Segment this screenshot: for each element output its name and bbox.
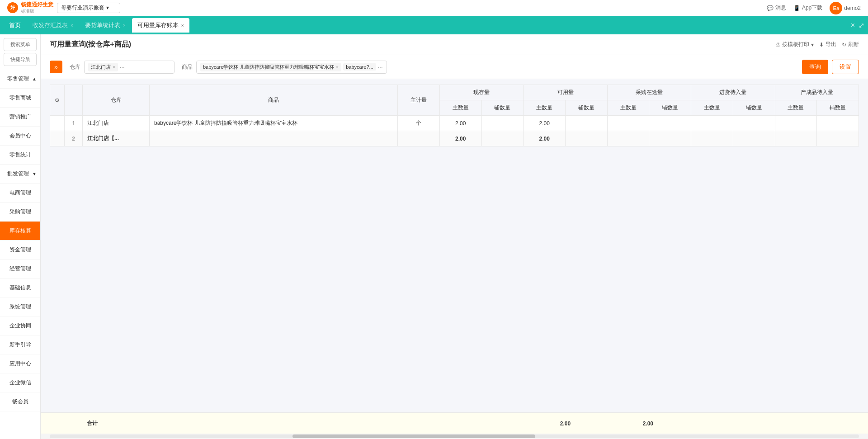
tab-expand-btn[interactable]: ⤢: [859, 21, 864, 30]
horizontal-scrollbar[interactable]: [41, 434, 868, 439]
tab-order-stats[interactable]: 要货单统计表 ×: [80, 18, 131, 33]
avatar-text: Ea: [833, 5, 839, 11]
sidebar-item-enterprise-wechat[interactable]: 企业微信: [0, 373, 40, 392]
footer-current-main: 2.00: [537, 417, 594, 430]
main-layout: 搜索菜单 快捷导航 零售管理 ▲ 零售商城 营销推广 会员中心 零售统计 批发管…: [0, 34, 868, 439]
user-area[interactable]: Ea demo2: [830, 2, 861, 14]
cell-settings: [50, 116, 65, 131]
th-pt-main: 主数量: [607, 100, 649, 116]
footer-available-main: 2.00: [620, 417, 676, 430]
footer-prod-aux: [833, 417, 859, 430]
product-input[interactable]: babycare学饮杯 儿童防摔防撞吸管杯重力球吸嘴杯宝宝水杯 × babyca…: [196, 61, 387, 74]
product-label: 商品: [182, 63, 193, 71]
warehouse-tag: 江北门店 ×: [88, 63, 118, 71]
print-icon: 🖨: [775, 42, 780, 48]
cell-pt-aux-subtotal: [649, 131, 691, 146]
cell-product-empty: [150, 131, 398, 146]
warehouse-label: 仓库: [70, 63, 80, 71]
refresh-label: 刷新: [848, 41, 859, 48]
product-more-icon[interactable]: ···: [378, 64, 383, 71]
refresh-action[interactable]: ↻ 刷新: [842, 41, 859, 48]
industry-selector[interactable]: 母婴行业演示账套 ▾: [57, 3, 120, 13]
sidebar-item-marketing[interactable]: 营销推广: [0, 108, 40, 127]
sidebar-item-operations[interactable]: 经营管理: [0, 260, 40, 279]
sidebar-item-basic-info[interactable]: 基础信息: [0, 279, 40, 297]
home-tab-label: 首页: [9, 21, 21, 29]
sidebar-item-newbie[interactable]: 新手引导: [0, 335, 40, 354]
message-action[interactable]: 💬 消息: [767, 4, 786, 12]
cell-index: 1: [65, 116, 83, 131]
settings-icon[interactable]: ⚙: [55, 97, 60, 104]
cell-pt-main-subtotal: [607, 131, 649, 146]
cell-prod-aux: [817, 116, 859, 131]
sidebar-item-retail-management[interactable]: 零售管理 ▲: [0, 70, 40, 89]
filter-toggle-btn[interactable]: »: [50, 61, 62, 73]
sidebar-item-finance[interactable]: 资金管理: [0, 241, 40, 260]
message-label: 消息: [775, 4, 786, 12]
app-download-label: App下载: [802, 4, 822, 12]
cell-current-aux: [481, 116, 524, 131]
product-tag-1-close[interactable]: ×: [336, 65, 339, 70]
warehouse-tag-close[interactable]: ×: [113, 65, 115, 70]
footer-index-col: [64, 417, 82, 430]
cell-prod-main: [775, 116, 817, 131]
sidebar-item-enterprise-collab[interactable]: 企业协同: [0, 316, 40, 335]
scroll-track: [50, 434, 859, 438]
warehouse-more-icon[interactable]: ···: [120, 64, 125, 71]
sidebar-item-purchase[interactable]: 采购管理: [0, 203, 40, 222]
th-prod-aux: 辅数量: [817, 100, 859, 116]
page-title: 可用量查询(按仓库+商品): [50, 40, 131, 49]
sidebar-item-inventory[interactable]: 库存核算: [0, 222, 40, 241]
footer-current-aux: [594, 417, 620, 430]
sidebar-item-retail-stats[interactable]: 零售统计: [0, 146, 40, 165]
settings-button[interactable]: 设置: [832, 60, 859, 74]
sidebar-search-btn[interactable]: 搜索菜单: [4, 38, 37, 51]
footer-pp-main: [755, 417, 781, 430]
th-current-stock: 现存量: [439, 85, 523, 100]
print-action[interactable]: 🖨 按模板打印 ▾: [775, 41, 814, 48]
message-icon: 💬: [767, 5, 774, 11]
scroll-thumb[interactable]: [292, 434, 535, 438]
logo-text: 畅捷通好生意: [21, 1, 53, 8]
tab-receivables-close[interactable]: ×: [71, 23, 73, 28]
tab-close-all-btn[interactable]: ×: [851, 21, 855, 29]
footer-settings-col: [50, 417, 64, 430]
cell-current-main: 2.00: [439, 116, 481, 131]
th-warehouse: 仓库: [83, 85, 150, 116]
sidebar-item-wholesale[interactable]: 批发管理 ▼: [0, 165, 40, 184]
query-button[interactable]: 查询: [802, 60, 828, 74]
tab-order-stats-label: 要货单统计表: [85, 21, 120, 29]
cell-product: babycare学饮杯 儿童防摔防撞吸管杯重力球吸嘴杯宝宝水杯: [150, 116, 398, 131]
cell-pp-main-subtotal: [691, 131, 733, 146]
cell-available-main: 2.00: [524, 116, 566, 131]
tab-receivables-label: 收发存汇总表: [33, 21, 68, 29]
sidebar-item-ecommerce[interactable]: 电商管理: [0, 184, 40, 203]
warehouse-tag-value: 江北门店: [91, 64, 111, 71]
cell-pp-aux: [733, 116, 775, 131]
th-purchase-pending: 进货待入量: [691, 85, 775, 100]
sidebar-item-retail-mall[interactable]: 零售商城: [0, 89, 40, 108]
tab-order-stats-close[interactable]: ×: [123, 23, 126, 28]
sidebar-item-member-center[interactable]: 会员中心: [0, 127, 40, 146]
tab-available-stock-close[interactable]: ×: [181, 23, 184, 28]
sidebar-item-system[interactable]: 系统管理: [0, 297, 40, 316]
export-action[interactable]: ⬇ 导出: [819, 41, 836, 48]
footer-table: 合计 2.00 2.00: [50, 417, 859, 430]
top-bar-right: 💬 消息 📱 App下载 Ea demo2: [767, 2, 861, 14]
footer-product-col: [118, 417, 510, 430]
app-download-action[interactable]: 📱 App下载: [793, 4, 822, 12]
sidebar-item-app-center[interactable]: 应用中心: [0, 354, 40, 373]
table-container: ⚙ 仓库 商品 主计量 现存量 可用量 采购在途量 进货待入量 产成品待入量 主…: [41, 79, 868, 412]
tab-available-stock[interactable]: 可用量库存账本 ×: [132, 18, 189, 33]
sidebar-nav-btn[interactable]: 快捷导航: [4, 53, 37, 66]
tab-home[interactable]: 首页: [4, 18, 26, 33]
logo-icon: 好: [7, 2, 18, 13]
chevron-icon: ▲: [32, 76, 37, 81]
cell-settings: [50, 131, 65, 146]
product-tag-1-value: babycare学饮杯 儿童防摔防撞吸管杯重力球吸嘴杯宝宝水杯: [203, 64, 334, 71]
tab-receivables[interactable]: 收发存汇总表 ×: [27, 18, 79, 33]
sidebar-item-chang-member[interactable]: 畅会员: [0, 392, 40, 411]
double-arrow-icon: »: [54, 63, 58, 71]
warehouse-input[interactable]: 江北门店 × ···: [84, 61, 175, 74]
th-product: 商品: [150, 85, 398, 116]
